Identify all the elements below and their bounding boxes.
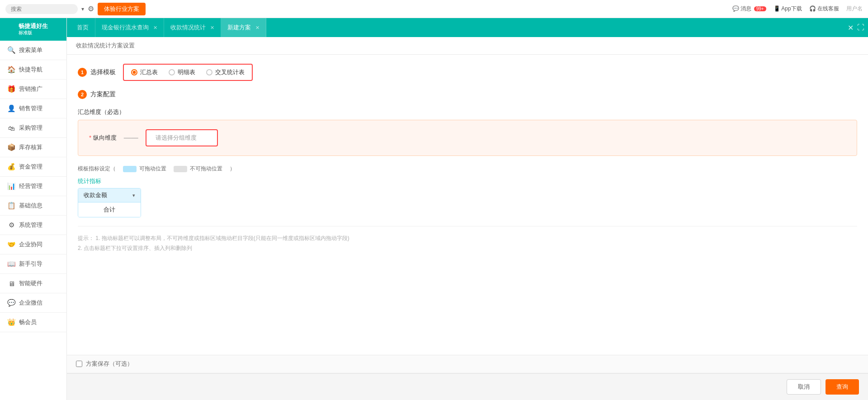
sidebar-item-system[interactable]: ⚙ 系统管理 — [0, 216, 66, 235]
sidebar-item-guide[interactable]: 📖 新手引导 — [0, 254, 66, 274]
tab-collection-stat[interactable]: 收款情况统计 ✕ — [164, 18, 221, 37]
tab-bank-flow-close[interactable]: ✕ — [153, 25, 157, 31]
handshake-icon: 🤝 — [7, 240, 15, 249]
sidebar-label-finance: 资金管理 — [19, 163, 42, 171]
tab-new-plan[interactable]: 新建方案 ✕ — [221, 18, 266, 37]
sidebar-label-guide: 新手引导 — [19, 260, 42, 268]
sidebar-label-hardware: 智能硬件 — [19, 279, 42, 287]
legend-draggable: 可拖动位置 — [123, 165, 166, 173]
gift-icon: 🎁 — [7, 85, 15, 93]
template-select: 汇总表 明细表 交叉统计表 — [123, 64, 253, 81]
chat-icon: 💬 — [7, 299, 15, 307]
query-button[interactable]: 查询 — [826, 379, 859, 395]
sidebar-label-system: 系统管理 — [19, 221, 42, 229]
dimension-box: 纵向维度 —— 请选择分组维度 — [78, 120, 857, 156]
dimension-select[interactable]: 请选择分组维度 — [146, 129, 218, 146]
metrics-label: 模板指标设定（ — [78, 165, 116, 173]
sidebar-item-purchase[interactable]: 🛍 采购管理 — [0, 118, 66, 138]
sidebar-label-search: 搜索菜单 — [19, 46, 42, 54]
tab-new-plan-close[interactable]: ✕ — [255, 25, 259, 31]
sidebar-item-corp[interactable]: 🤝 企业协同 — [0, 235, 66, 254]
radio-detail[interactable]: 明细表 — [169, 68, 195, 76]
sidebar-item-member[interactable]: 👑 畅会员 — [0, 313, 66, 332]
sidebar-item-search[interactable]: 🔍 搜索菜单 — [0, 41, 66, 60]
save-checkbox[interactable] — [76, 361, 82, 367]
metrics-table: 收款金额 ▾ 合计 — [78, 188, 141, 217]
search-icon: 🔍 — [7, 46, 15, 54]
content-area: 首页 现金银行流水查询 ✕ 收款情况统计 ✕ 新建方案 ✕ ✕ ⛶ 收款情况统计… — [67, 18, 868, 400]
bag-icon: 🛍 — [7, 124, 15, 132]
arrow-icon: —— — [124, 134, 138, 142]
radio-btn-summary[interactable] — [131, 69, 137, 75]
tab-collection-stat-close[interactable]: ✕ — [210, 25, 214, 31]
draggable-dot — [123, 166, 137, 172]
sidebar-label-member: 畅会员 — [19, 318, 37, 326]
tab-close-all[interactable]: ✕ — [848, 24, 854, 32]
radio-cross[interactable]: 交叉统计表 — [206, 68, 245, 76]
sidebar-item-finance[interactable]: 💰 资金管理 — [0, 157, 66, 177]
person-icon: 👤 — [7, 104, 15, 113]
breadcrumb: 收款情况统计方案设置 — [76, 42, 135, 49]
dimension-area: 汇总维度（必选） 纵向维度 —— 请选择分组维度 — [78, 108, 857, 156]
tab-bar: 首页 现金银行流水查询 ✕ 收款情况统计 ✕ 新建方案 ✕ ✕ ⛶ — [67, 18, 868, 37]
tip-line2: 2. 点击标题栏下拉可设置排序、插入列和删除列 — [78, 244, 857, 254]
metrics-section: 模板指标设定（ 可拖动位置 不可拖动位置 ） 统计指标 — [78, 165, 857, 219]
tab-expand[interactable]: ⛶ — [857, 24, 864, 32]
sidebar-label-quick-nav: 快捷导航 — [19, 66, 42, 74]
radio-summary[interactable]: 汇总表 — [131, 68, 158, 76]
app-download-btn[interactable]: 📱 App下载 — [774, 5, 802, 13]
metrics-dropdown-icon[interactable]: ▾ — [132, 193, 135, 198]
online-chat-btn[interactable]: 🎧 在线客服 — [809, 5, 839, 13]
crown-icon: 👑 — [7, 318, 15, 326]
search-input[interactable] — [5, 4, 78, 14]
legend-not-draggable: 不可拖动位置 — [174, 165, 222, 173]
home-icon: 🏠 — [7, 66, 15, 74]
form-section: 1 选择模板 汇总表 明细表 — [67, 55, 868, 355]
msg-btn[interactable]: 💬 消息 99+ — [732, 5, 766, 13]
tab-bank-flow-label: 现金银行流水查询 — [102, 24, 149, 32]
sidebar-label-sales: 销售管理 — [19, 104, 42, 113]
settings-icon: ⚙ — [7, 221, 15, 229]
radio-btn-detail[interactable] — [169, 69, 175, 75]
metrics-row-total: 合计 — [78, 202, 141, 217]
step1-badge: 1 — [78, 68, 87, 77]
main-layout: 畅捷通好生 标准版 🔍 搜索菜单 🏠 快捷导航 🎁 营销推广 👤 销售管理 🛍 … — [0, 18, 868, 400]
user-avatar[interactable]: 用户名 — [846, 5, 863, 13]
sidebar-item-operation[interactable]: 📊 经营管理 — [0, 177, 66, 196]
sidebar-item-hardware[interactable]: 🖥 智能硬件 — [0, 274, 66, 293]
sidebar-label-operation: 经营管理 — [19, 182, 42, 190]
sidebar-label-base: 基础信息 — [19, 202, 42, 210]
tab-bar-actions: ✕ ⛶ — [848, 24, 864, 32]
sidebar-item-wechat[interactable]: 💬 企业微信 — [0, 293, 66, 313]
page-content: 收款情况统计方案设置 1 选择模板 汇总表 — [67, 37, 868, 373]
sidebar: 畅捷通好生 标准版 🔍 搜索菜单 🏠 快捷导航 🎁 营销推广 👤 销售管理 🛍 … — [0, 18, 67, 400]
tab-bank-flow[interactable]: 现金银行流水查询 ✕ — [95, 18, 164, 37]
top-bar: ▾ ⚙ 体验行业方案 💬 消息 99+ 📱 App下载 🎧 在线客服 用户名 — [0, 0, 868, 18]
sidebar-item-marketing[interactable]: 🎁 营销推广 — [0, 80, 66, 99]
tab-collection-stat-label: 收款情况统计 — [170, 24, 206, 32]
book-icon: 📖 — [7, 260, 15, 268]
draggable-label: 可拖动位置 — [139, 165, 166, 173]
step2-badge: 2 — [78, 90, 87, 99]
clipboard-icon: 📋 — [7, 202, 15, 210]
tab-new-plan-label: 新建方案 — [227, 24, 251, 32]
step2-title: 方案配置 — [90, 90, 116, 99]
dropdown-icon[interactable]: ▾ — [81, 6, 84, 12]
metrics-header-label: 收款金额 — [84, 191, 107, 199]
sidebar-item-quick-nav[interactable]: 🏠 快捷导航 — [0, 60, 66, 80]
radio-label-cross: 交叉统计表 — [215, 68, 245, 76]
metrics-header[interactable]: 收款金额 ▾ — [78, 188, 141, 202]
cancel-button[interactable]: 取消 — [787, 379, 821, 395]
logo-main: 畅捷通好生 — [19, 23, 48, 30]
sidebar-item-inventory[interactable]: 📦 库存核算 — [0, 138, 66, 157]
sidebar-item-sales[interactable]: 👤 销售管理 — [0, 99, 66, 118]
tab-home[interactable]: 首页 — [71, 18, 95, 37]
gear-icon[interactable]: ⚙ — [88, 5, 94, 13]
radio-label-detail: 明细表 — [178, 68, 195, 76]
radio-btn-cross[interactable] — [206, 69, 212, 75]
tip-line1: 提示： 1. 拖动标题栏可以调整布局，不可跨维度或指标区域拖动栏目字段(只能在同… — [78, 234, 857, 244]
sidebar-item-base[interactable]: 📋 基础信息 — [0, 196, 66, 216]
trial-button[interactable]: 体验行业方案 — [98, 3, 146, 15]
box-icon: 📦 — [7, 143, 15, 151]
step2-row: 2 方案配置 — [78, 90, 857, 99]
